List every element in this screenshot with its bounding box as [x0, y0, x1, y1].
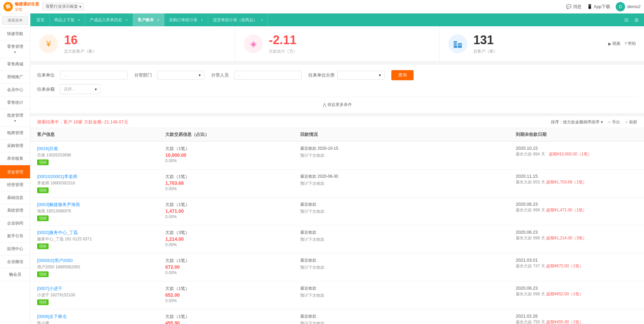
sidebar-item-system[interactable]: 系统管理	[0, 204, 30, 217]
debt-info-3: 欠款（3笔） 1,214.00 0.00%	[165, 230, 300, 249]
customer-count: 16家	[74, 119, 83, 124]
filter-item-unit: 往来单位 ...	[37, 71, 128, 80]
top-bar-right: 💬 消息 📱 App下载 D demo2	[566, 2, 641, 11]
chevron-down-icon: ▾	[601, 120, 603, 124]
filter-input-person[interactable]: ...	[234, 71, 302, 80]
customer-name-1[interactable]: [0001020001]李老师	[37, 174, 77, 179]
filter-row-1: 往来单位 ... 分管部门 ▾	[37, 70, 637, 80]
sidebar-item-retail-mgmt[interactable]: 零售管理 ▾	[0, 40, 30, 58]
svg-rect-4	[454, 45, 455, 46]
sidebar-item-app-center[interactable]: 应用中心	[0, 243, 30, 256]
customer-name-3[interactable]: [0002]服务中心_丁磊	[37, 230, 78, 235]
collapse-btn[interactable]: ⋀ 收起更多条件	[37, 100, 637, 110]
mobile-icon: 📱	[587, 4, 592, 9]
customer-name-5[interactable]: [0007]小进干	[37, 286, 62, 291]
close-tab-goods-status[interactable]: ×	[78, 18, 80, 22]
repay-info-6: 最近收款 预计下次收款	[300, 314, 516, 324]
tab-goods-status[interactable]: 商品上下架 ×	[50, 13, 85, 26]
sidebar-item-quick-nav[interactable]: 快捷导航	[0, 28, 30, 40]
debt-info-2: 欠款（1笔） 1,471.00 0.00%	[165, 202, 300, 221]
sidebar-item-basic-info[interactable]: 基础信息	[0, 192, 30, 204]
overdue-link-3[interactable]: 超期¥1,214.00（3笔）	[546, 236, 587, 240]
due-info-5: 2020.06.23 最长欠款 998 天 超期¥652.00（1笔）	[516, 286, 637, 305]
overdue-link-1[interactable]: 超期¥1,703.68（1笔）	[546, 180, 587, 184]
video-btn[interactable]: ▶ 视频	[608, 41, 620, 47]
sidebar-item-wechat[interactable]: 企业微信	[0, 256, 30, 268]
stat-value-debt-total: -2.11	[269, 33, 431, 47]
message-btn[interactable]: 💬 消息	[566, 4, 582, 10]
debt-info-1: 欠款（1笔） 1,703.68 0.00%	[165, 174, 300, 193]
debt-info-4: 欠款（1笔） 672.00 0.00%	[165, 258, 300, 277]
sort-select[interactable]: 排序：按欠款金额倒序排序 ▾	[551, 119, 603, 125]
app-download-btn[interactable]: 📱 App下载	[587, 4, 610, 10]
store-selector[interactable]: 母婴行业演示账套 ▾	[43, 3, 84, 10]
col-header-due: 到期未收款日期	[516, 131, 637, 138]
sidebar-search-btn[interactable]: 搜索菜单	[2, 16, 28, 25]
filter-input-unit[interactable]: ...	[60, 71, 128, 80]
overdue-link-4[interactable]: 超期¥672.00（1笔）	[546, 264, 583, 268]
table-row: [0003]畅捷服务尹海燕 海燕 18513066976 现销 欠款（1笔） 1…	[30, 198, 644, 226]
help-icon: ?	[624, 41, 627, 46]
main-area: 搜索菜单 快捷导航 零售管理 ▾ 零售商城 营销推广 会员中心 零售统计 批	[0, 13, 644, 324]
sidebar-item-inventory[interactable]: 库存核算	[0, 152, 30, 165]
tab-collapse-btn[interactable]: ⊟	[622, 16, 631, 24]
page-content: ¥ 16 总欠款客户（家） ◈ -2.11	[30, 26, 644, 324]
sidebar-item-guide[interactable]: 新手引导	[0, 230, 30, 243]
sidebar-item-enterprise[interactable]: 企业协同	[0, 217, 30, 230]
video-icon: ▶	[608, 41, 611, 46]
refresh-icon: ○	[625, 120, 628, 124]
sidebar-item-operation[interactable]: 经营管理	[0, 179, 30, 192]
sidebar-item-ecommerce[interactable]: 电商管理	[0, 127, 30, 140]
stats-row: ¥ 16 总欠款客户（家） ◈ -2.11	[30, 26, 644, 61]
customer-info-4: [000002]用户2050 用户2050 18665062050 现销	[37, 258, 165, 277]
sidebar-item-marketing[interactable]: 营销推广	[0, 71, 30, 84]
customer-name-4[interactable]: [000002]用户2050	[37, 258, 73, 263]
customer-tag-1: 现销	[37, 187, 49, 193]
refresh-btn[interactable]: ○ 刷新	[625, 119, 637, 125]
sidebar-item-retail-shop[interactable]: 零售商城	[0, 58, 30, 71]
overdue-link-0[interactable]: 超期¥10,000.00（1笔）	[549, 152, 592, 156]
overdue-link-2[interactable]: 超期¥1,471.00（1笔）	[546, 208, 587, 212]
customer-name-6[interactable]: [0006]去下粮仓	[37, 314, 67, 319]
filter-item-person: 分管人员 ...	[211, 71, 302, 80]
chevron-down-icon: ▾	[199, 73, 201, 78]
col-header-repay: 回款情况	[300, 131, 516, 138]
sidebar-item-batch-mgmt[interactable]: 批发管理 ▾	[0, 109, 30, 127]
sidebar-item-retail-stats[interactable]: 零售统计	[0, 96, 30, 109]
close-tab-customer-account[interactable]: ×	[157, 18, 159, 22]
customer-tag-5: 现销	[37, 299, 49, 305]
close-tab-prod-history[interactable]: ×	[125, 18, 128, 22]
filter-select-category[interactable]: ▾	[337, 71, 385, 80]
table-area: 客户信息 欠款交易信息（占比） 回款情况 到期未收款日期 [0016]吕俊 吕俊…	[30, 128, 644, 324]
stat-card-debt-customers: ¥ 16 总欠款客户（家）	[30, 26, 235, 61]
help-btn[interactable]: ? 帮助	[624, 41, 636, 47]
tab-prod-history[interactable]: 产成品入库单历史 ×	[85, 13, 133, 26]
tab-expand-btn[interactable]: ⊞	[633, 16, 641, 24]
customer-name-0[interactable]: [0016]吕俊	[37, 146, 58, 151]
stat-value-debt-customers: 16	[64, 33, 227, 47]
sidebar-item-purchase[interactable]: 采购管理	[0, 140, 30, 152]
filter-select-balance[interactable]: 选择... ▾	[60, 84, 101, 94]
close-tab-purchase-stats[interactable]: ×	[201, 18, 203, 22]
sidebar-item-vip[interactable]: 畅会员	[0, 268, 30, 281]
overdue-link-6[interactable]: 超期¥455.90（1笔）	[546, 320, 583, 324]
table-row: [0007]小进干 小进干 18279152100 现销 欠款（1笔） 652.…	[30, 282, 644, 310]
svg-rect-1	[458, 43, 462, 48]
sidebar-item-finance[interactable]: 资金管理	[0, 165, 30, 179]
close-tab-inbound-stats[interactable]: ×	[261, 18, 263, 22]
tab-inbound-stats[interactable]: 进货单统计表（按商品） ×	[208, 13, 268, 26]
tab-customer-account[interactable]: 客户账本 ×	[133, 13, 164, 26]
due-info-3: 2020.06.23 最长欠款 998 天 超期¥1,214.00（3笔）	[516, 230, 637, 249]
debt-info-0: 欠款（1笔） 10,000.00 0.00%	[165, 146, 300, 165]
user-info[interactable]: D demo2	[616, 2, 641, 11]
results-actions: 排序：按欠款金额倒序排序 ▾ ○ 导出 ○ 刷新	[551, 119, 638, 125]
sidebar-item-members[interactable]: 会员中心	[0, 84, 30, 96]
tab-bar: 首页 商品上下架 × 产成品入库单历史 × 客户账本 × 采购订单统计表 ×	[30, 13, 644, 26]
export-btn[interactable]: ○ 导出	[608, 119, 620, 125]
overdue-link-5[interactable]: 超期¥652.00（1笔）	[546, 292, 583, 296]
tab-home[interactable]: 首页	[32, 13, 50, 26]
customer-name-2[interactable]: [0003]畅捷服务尹海燕	[37, 202, 80, 207]
search-button[interactable]: 查询	[391, 70, 414, 80]
tab-purchase-stats[interactable]: 采购订单统计表 ×	[164, 13, 208, 26]
filter-select-dept[interactable]: ▾	[157, 71, 204, 80]
